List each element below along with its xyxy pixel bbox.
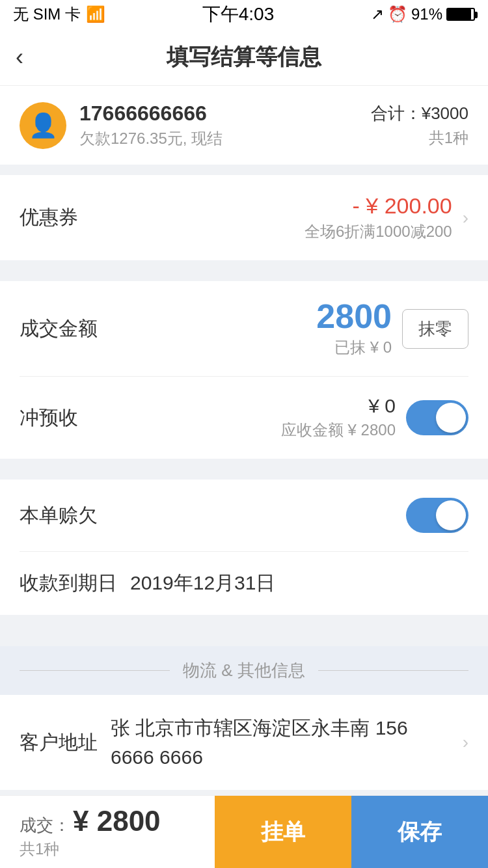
address-label: 客户地址 [20, 729, 98, 756]
status-right: ↗ ⏰ 91% [371, 5, 475, 23]
bottom-amount: ¥ 2800 [73, 805, 161, 837]
chong-sub: 应收金额 ¥ 2800 [281, 420, 396, 441]
debit-label: 本单赊欠 [20, 502, 98, 529]
customer-left: 👤 17666666666 欠款1276.35元, 现结 [20, 102, 223, 149]
amount-value-container: 2800 已抹 ¥ 0 [316, 299, 392, 358]
back-button[interactable]: ‹ [16, 44, 23, 71]
customer-phone: 17666666666 [79, 102, 223, 126]
coupon-value: - ¥ 200.00 [305, 193, 452, 219]
status-left: 无 SIM 卡 📶 [13, 4, 105, 25]
hang-button[interactable]: 挂单 [215, 796, 351, 869]
amount-value: 2800 [316, 299, 392, 333]
amount-label: 成交金额 [20, 316, 98, 342]
back-icon: ‹ [16, 44, 23, 70]
total-count: 共1种 [371, 128, 468, 148]
customer-info: 17666666666 欠款1276.35元, 现结 [79, 102, 223, 149]
section-gap-1 [0, 271, 488, 281]
coupon-sub: 全场6折满1000减200 [305, 221, 452, 242]
page-title: 填写结算等信息 [167, 42, 321, 72]
amount-card: 成交金额 2800 已抹 ¥ 0 抹零 冲预收 ¥ 0 应收金额 ¥ 2800 [0, 281, 488, 459]
bottom-deal-row: 成交： ¥ 2800 [20, 805, 195, 837]
avatar-icon: 👤 [29, 112, 58, 139]
divider-line-right [318, 670, 468, 671]
bottom-left: 成交： ¥ 2800 共1种 [0, 805, 215, 860]
no-sim-text: 无 SIM 卡 [13, 4, 81, 25]
date-value: 2019年12月31日 [130, 570, 275, 597]
logistics-label: 物流 & 其他信息 [183, 659, 305, 682]
amount-sub: 已抹 ¥ 0 [316, 337, 392, 358]
status-time: 下午4:03 [202, 2, 275, 27]
amount-row: 成交金额 2800 已抹 ¥ 0 抹零 [0, 281, 488, 376]
address-card: 客户地址 张 北京市市辖区海淀区永丰南 156 6666 6666 › [0, 695, 488, 790]
bottom-bar: 成交： ¥ 2800 共1种 挂单 保存 [0, 795, 488, 868]
customer-row: 👤 17666666666 欠款1276.35元, 现结 合计：¥3000 共1… [0, 86, 488, 165]
location-icon: ↗ [371, 5, 384, 23]
bottom-count: 共1种 [20, 839, 195, 860]
coupon-chevron-icon: › [463, 208, 468, 228]
chong-values: ¥ 0 应收金额 ¥ 2800 [281, 395, 396, 441]
address-chevron-icon: › [463, 732, 468, 753]
status-bar: 无 SIM 卡 📶 下午4:03 ↗ ⏰ 91% [0, 0, 488, 29]
divider-line-left [20, 670, 170, 671]
customer-right: 合计：¥3000 共1种 [371, 102, 468, 148]
debit-toggle[interactable] [406, 498, 468, 533]
wifi-icon: 📶 [86, 5, 105, 23]
round-button[interactable]: 抹零 [402, 309, 468, 349]
battery-percent: 91% [411, 5, 442, 23]
logistics-section: 物流 & 其他信息 [0, 646, 488, 695]
coupon-values: - ¥ 200.00 全场6折满1000减200 [305, 193, 452, 242]
chong-amount: ¥ 0 [281, 395, 396, 417]
coupon-right: - ¥ 200.00 全场6折满1000减200 › [305, 193, 468, 242]
coupon-label: 优惠券 [20, 204, 78, 231]
battery-icon [446, 8, 475, 21]
section-divider: 物流 & 其他信息 [0, 646, 488, 695]
deal-label: 成交： [20, 814, 70, 837]
date-label: 收款到期日 [20, 570, 117, 597]
customer-sub: 欠款1276.35元, 现结 [79, 128, 223, 149]
date-row: 收款到期日 2019年12月31日 [0, 552, 488, 615]
section-gap-2 [0, 469, 488, 480]
amount-right: 2800 已抹 ¥ 0 抹零 [316, 299, 468, 358]
content: 👤 17666666666 欠款1276.35元, 现结 合计：¥3000 共1… [0, 86, 488, 868]
chong-label: 冲预收 [20, 405, 78, 431]
alarm-icon: ⏰ [388, 5, 407, 23]
nav-bar: ‹ 填写结算等信息 [0, 29, 488, 86]
coupon-card: 优惠券 - ¥ 200.00 全场6折满1000减200 › [0, 175, 488, 260]
total-label: 合计：¥3000 [371, 102, 468, 125]
save-button[interactable]: 保存 [351, 796, 488, 869]
chong-right: ¥ 0 应收金额 ¥ 2800 [281, 395, 468, 441]
address-value: 张 北京市市辖区海淀区永丰南 156 6666 6666 [111, 713, 450, 772]
debit-card: 本单赊欠 收款到期日 2019年12月31日 [0, 480, 488, 615]
chong-row: 冲预收 ¥ 0 应收金额 ¥ 2800 [0, 377, 488, 459]
chong-toggle[interactable] [406, 400, 468, 435]
coupon-row[interactable]: 优惠券 - ¥ 200.00 全场6折满1000减200 › [0, 175, 488, 260]
avatar: 👤 [20, 102, 66, 149]
debit-row: 本单赊欠 [0, 480, 488, 551]
address-row[interactable]: 客户地址 张 北京市市辖区海淀区永丰南 156 6666 6666 › [0, 695, 488, 790]
customer-card: 👤 17666666666 欠款1276.35元, 现结 合计：¥3000 共1… [0, 86, 488, 165]
section-gap-3 [0, 625, 488, 636]
